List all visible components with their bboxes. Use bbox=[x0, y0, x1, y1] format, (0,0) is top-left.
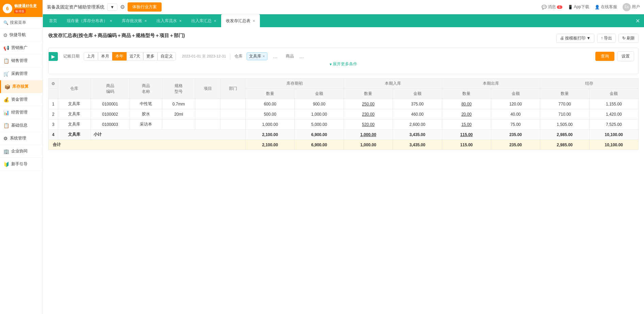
sidebar-item-label: 企业协同 bbox=[11, 148, 28, 154]
warehouse-more-dots[interactable]: ... bbox=[273, 53, 277, 60]
tab-inout-flow[interactable]: 出入库流水 ✕ bbox=[152, 14, 186, 27]
search-menu-item[interactable]: 🔍 搜索菜单 bbox=[0, 17, 43, 29]
row-spec bbox=[162, 119, 195, 130]
product-more-dots[interactable]: ... bbox=[299, 53, 304, 60]
quick-nav-icon: ⊙ bbox=[3, 32, 7, 38]
row-in-qty[interactable]: 230.00 bbox=[344, 109, 393, 119]
th-close-amt: 金额 bbox=[589, 89, 638, 99]
th-close-qty: 数量 bbox=[540, 89, 589, 99]
row-out-qty[interactable]: 15.00 bbox=[442, 119, 491, 130]
tab-close-icon[interactable]: ✕ bbox=[179, 19, 182, 23]
subtotal-in-qty[interactable]: 1,000.00 bbox=[344, 130, 393, 140]
table-settings-icon[interactable]: ⚙ bbox=[51, 81, 55, 86]
logo-icon: 6 bbox=[3, 4, 12, 13]
msg-item[interactable]: 💬 消息 6 bbox=[542, 4, 562, 10]
sidebar-item-operations[interactable]: 📊 经营管理 bbox=[0, 106, 43, 119]
subtotal-row: 4 文具库 小计 2,100.00 6,900.00 1,000.00 3,43… bbox=[49, 130, 639, 140]
sidebar-item-finance[interactable]: 💰 资金管理 bbox=[0, 93, 43, 106]
trial-btn[interactable]: 体验行业方案 bbox=[128, 2, 162, 12]
date-btn-last-month[interactable]: 上月 bbox=[84, 52, 98, 61]
data-table: ⚙ 仓库 商品编码 商品名称 规格型号 项目 部门 库存期初 本期入库 本期出库… bbox=[48, 78, 639, 150]
sidebar-item-corp[interactable]: 🏢 企业协同 bbox=[0, 145, 43, 158]
row-dept bbox=[220, 99, 246, 109]
date-btn-7days[interactable]: 近7天 bbox=[127, 52, 143, 61]
subtotal-out-qty[interactable]: 115.00 bbox=[442, 130, 491, 140]
row-code: 0100001 bbox=[90, 99, 130, 109]
row-code: 0100003 bbox=[90, 119, 130, 130]
tab-recv-send-summary[interactable]: 收发存汇总表 ✕ bbox=[221, 14, 260, 27]
total-out-amt: 235.00 bbox=[491, 140, 540, 150]
sidebar-item-basic-info[interactable]: 📋 基础信息 bbox=[0, 119, 43, 132]
tab-inout-flow-label: 出入库流水 bbox=[156, 18, 177, 24]
tab-home[interactable]: 首页 bbox=[44, 14, 62, 27]
row-close-amt: 1,155.00 bbox=[589, 99, 638, 109]
row-close-qty: 710.00 bbox=[540, 109, 589, 119]
th-in-qty: 数量 bbox=[344, 89, 393, 99]
print-btn[interactable]: 🖨 按模板打印 ▼ bbox=[556, 34, 594, 43]
user-item[interactable]: Ea 用户 bbox=[623, 3, 640, 11]
topbar-right: 💬 消息 6 📱 App下载 👤 在线客服 Ea 用户 bbox=[542, 3, 640, 11]
row-project bbox=[195, 119, 220, 130]
service-item[interactable]: 👤 在线客服 bbox=[595, 4, 617, 10]
filter-settings-btn[interactable]: 设置 bbox=[617, 51, 634, 61]
query-btn[interactable]: 查询 bbox=[595, 52, 614, 61]
tab-stock-dist[interactable]: 现存量（库存分布表） ✕ bbox=[62, 14, 117, 27]
sidebar-item-label: 经营管理 bbox=[11, 110, 28, 115]
sidebar-logo[interactable]: 6 畅捷通好生意 标准版 bbox=[0, 0, 43, 17]
tab-stock-dist-label: 现存量（库存分布表） bbox=[67, 18, 108, 24]
sidebar-item-quick-nav[interactable]: ⊙ 快捷导航 bbox=[0, 29, 43, 42]
tab-bar: 首页 现存量（库存分布表） ✕ 库存批次账 ✕ 出入库流水 ✕ 出入库汇总 ✕ … bbox=[43, 14, 644, 27]
warehouse-tag-close-icon[interactable]: ✕ bbox=[262, 54, 265, 58]
tab-close-icon[interactable]: ✕ bbox=[144, 19, 147, 23]
sidebar-item-guide[interactable]: 🔰 新手引导 bbox=[0, 158, 43, 171]
th-open-group: 库存期初 bbox=[246, 79, 344, 89]
row-warehouse: 文具库 bbox=[58, 119, 91, 130]
expand-icon: ▾ bbox=[330, 62, 332, 67]
gear-icon[interactable]: ⚙ bbox=[120, 4, 125, 10]
sidebar-item-sales[interactable]: 📋 销售管理 bbox=[0, 54, 43, 67]
sidebar-item-system[interactable]: ⚙ 系统管理 bbox=[0, 132, 43, 145]
date-btn-this-year[interactable]: 本年 bbox=[112, 52, 127, 61]
total-in-amt: 3,435.00 bbox=[393, 140, 442, 150]
filter-row: ▶ 记账日期 上月 本月 本年 近7天 更多 自定义 2023-01-01 至 … bbox=[53, 51, 634, 61]
row-index: 2 bbox=[49, 109, 58, 119]
sidebar-item-marketing[interactable]: 📢 营销推广 bbox=[0, 42, 43, 54]
sidebar-item-label: 营销推广 bbox=[11, 45, 28, 51]
tab-close-icon[interactable]: ✕ bbox=[252, 19, 255, 23]
sidebar-item-purchase[interactable]: 🛒 采购管理 bbox=[0, 67, 43, 80]
date-btn-this-month[interactable]: 本月 bbox=[98, 52, 112, 61]
row-out-qty[interactable]: 20.00 bbox=[442, 109, 491, 119]
table-row: 1 文具库 0100001 中性笔 0.7mm 600.00 900.00 25… bbox=[49, 99, 639, 109]
close-all-tabs-btn[interactable]: ✕ bbox=[633, 18, 643, 24]
total-open-amt: 6,900.00 bbox=[295, 140, 344, 150]
tab-close-icon[interactable]: ✕ bbox=[214, 19, 216, 23]
th-name: 商品名称 bbox=[130, 79, 162, 99]
filter-toggle-btn[interactable]: ▶ bbox=[49, 52, 58, 61]
app-icon: 📱 bbox=[568, 5, 573, 10]
th-open-amt: 金额 bbox=[295, 89, 344, 99]
row-out-qty[interactable]: 80.00 bbox=[442, 99, 491, 109]
refresh-btn[interactable]: ↻ 刷新 bbox=[618, 34, 639, 43]
row-close-amt: 1,420.00 bbox=[589, 109, 638, 119]
row-close-qty: 1,505.00 bbox=[540, 119, 589, 130]
export-btn[interactable]: ↑ 导出 bbox=[597, 34, 616, 43]
tab-batch[interactable]: 库存批次账 ✕ bbox=[117, 14, 152, 27]
subtotal-close-amt: 10,100.00 bbox=[589, 130, 638, 140]
row-in-qty[interactable]: 250.00 bbox=[344, 99, 393, 109]
system-dropdown[interactable]: ▼ bbox=[107, 3, 117, 11]
sidebar-item-inventory[interactable]: 📦 库存核算 bbox=[0, 80, 43, 93]
tab-close-icon[interactable]: ✕ bbox=[110, 19, 112, 23]
user-label: 用户 bbox=[632, 4, 640, 10]
tab-inout-summary[interactable]: 出入库汇总 ✕ bbox=[186, 14, 221, 27]
row-project bbox=[195, 109, 220, 119]
th-settings[interactable]: ⚙ bbox=[49, 79, 58, 89]
subtotal-open-amt: 6,900.00 bbox=[295, 130, 344, 140]
date-btn-more[interactable]: 更多 bbox=[143, 52, 158, 61]
date-range-text: 2023-01-01 至 2023-12-31 bbox=[182, 54, 226, 59]
expand-conditions-btn[interactable]: ▾ 展开更多条件 bbox=[330, 61, 357, 67]
row-in-qty[interactable]: 520.00 bbox=[344, 119, 393, 130]
topbar: 装备及固定资产辅助管理系统 ▼ ⚙ 体验行业方案 💬 消息 6 📱 App下载 … bbox=[43, 0, 644, 14]
date-btn-custom[interactable]: 自定义 bbox=[158, 52, 176, 61]
row-in-amt: 375.00 bbox=[393, 99, 442, 109]
app-download-item[interactable]: 📱 App下载 bbox=[568, 4, 589, 10]
